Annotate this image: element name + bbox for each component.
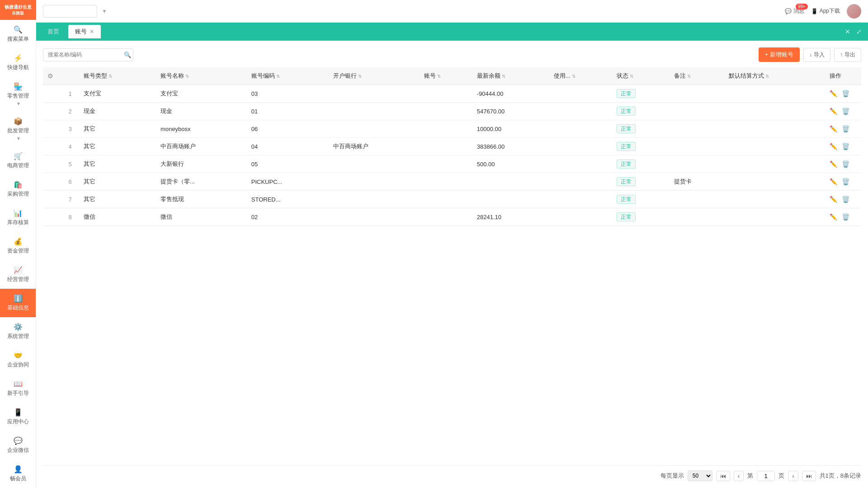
app-download-button[interactable]: 📱 App下载 xyxy=(811,7,840,15)
tab-account-close[interactable]: ✕ xyxy=(90,29,94,34)
message-button[interactable]: 💬 消息 99+ xyxy=(785,7,804,15)
brand-label: 乐旅版 xyxy=(5,11,32,16)
sidebar-item-wholesale[interactable]: 📦 批发管理 ▼ xyxy=(0,112,36,146)
sidebar-item-appcenter[interactable]: 📱 应用中心 xyxy=(0,403,36,431)
sidebar-item-search[interactable]: 🔍 搜索菜单 xyxy=(0,20,36,48)
add-account-button[interactable]: + 新增账号 xyxy=(759,47,800,62)
search-input[interactable] xyxy=(43,49,120,61)
col-settlement[interactable]: 默认结算方式⇅ xyxy=(724,67,825,85)
table-row: 1 支付宝 支付宝 03 -90444.00 正常 ✏️ 🗑️ xyxy=(43,85,861,103)
page-size-select[interactable]: 50 20 100 xyxy=(688,470,712,481)
basic-menu-icon: ℹ️ xyxy=(14,294,23,303)
edit-icon[interactable]: ✏️ xyxy=(830,213,837,221)
table-row: 7 其它 零售抵现 STORED... 正常 ✏️ 🗑️ xyxy=(43,191,861,208)
sidebar-item-finance[interactable]: 💰 资金管理 xyxy=(0,232,36,260)
delete-icon[interactable]: 🗑️ xyxy=(842,108,849,115)
edit-icon[interactable]: ✏️ xyxy=(830,196,837,203)
cell-balance: 547670.00 xyxy=(472,103,549,120)
cell-name: 微信 xyxy=(156,208,247,226)
sidebar-item-inventory[interactable]: 📊 库存核算 xyxy=(0,203,36,232)
delete-icon[interactable]: 🗑️ xyxy=(842,143,849,150)
user-avatar[interactable] xyxy=(847,4,861,19)
page-number-input[interactable] xyxy=(757,471,775,481)
cell-account xyxy=(420,208,472,226)
tab-home-label: 首页 xyxy=(47,28,59,36)
cell-status: 正常 xyxy=(612,85,670,103)
tab-home[interactable]: 首页 xyxy=(41,25,66,38)
tab-bar-right: ✕ ⤢ xyxy=(843,26,863,37)
delete-icon[interactable]: 🗑️ xyxy=(842,178,849,185)
delete-icon[interactable]: 🗑️ xyxy=(842,213,849,221)
sidebar-item-label-basic: 基础信息 xyxy=(7,304,29,312)
col-status[interactable]: 状态⇅ xyxy=(612,67,670,85)
sidebar-item-ecommerce[interactable]: 🛒 电商管理 xyxy=(0,146,36,175)
next-page-button[interactable]: › xyxy=(788,471,798,481)
cell-balance: 383866.00 xyxy=(472,138,549,155)
col-name[interactable]: 账号名称⇅ xyxy=(156,67,247,85)
export-button[interactable]: ↑ 导出 xyxy=(834,48,861,62)
cell-account xyxy=(420,103,472,120)
last-page-button[interactable]: ⏭ xyxy=(802,471,816,481)
edit-icon[interactable]: ✏️ xyxy=(830,160,837,168)
sidebar-item-purchase[interactable]: 🛍️ 采购管理 xyxy=(0,175,36,203)
sort-balance-icon: ⇅ xyxy=(502,74,505,79)
cell-balance xyxy=(472,173,549,191)
cell-type: 其它 xyxy=(79,155,156,173)
sidebar-item-quick[interactable]: ⚡ 快捷导航 xyxy=(0,48,36,77)
sidebar-item-system[interactable]: ⚙️ 系统管理 xyxy=(0,317,36,346)
sort-settlement-icon: ⇅ xyxy=(765,74,769,79)
sidebar-item-basic[interactable]: ℹ️ 基础信息 xyxy=(0,289,36,317)
cell-actions: ✏️ 🗑️ xyxy=(825,120,861,138)
sort-bank-icon: ⇅ xyxy=(358,74,362,79)
finance-menu-icon: 💰 xyxy=(14,237,23,246)
sidebar-item-retail[interactable]: 🏪 零售管理 ▼ xyxy=(0,77,36,112)
tab-close-btn[interactable]: ✕ xyxy=(843,26,852,37)
delete-icon[interactable]: 🗑️ xyxy=(842,125,849,132)
app-logo: 畅捷通好生意 乐旅版 xyxy=(0,0,36,20)
col-remark[interactable]: 备注⇅ xyxy=(670,67,724,85)
sidebar-item-operation[interactable]: 📈 经营管理 xyxy=(0,260,36,289)
edit-icon[interactable]: ✏️ xyxy=(830,143,837,150)
content-area: 🔍 + 新增账号 ↓ 导入 ↑ 导出 ⚙ xyxy=(36,41,868,488)
first-page-button[interactable]: ⏮ xyxy=(716,471,730,481)
cell-usage xyxy=(549,155,612,173)
sidebar-item-label-wholesale: 批发管理 xyxy=(7,127,29,135)
cell-settlement xyxy=(724,191,825,208)
col-type[interactable]: 账号类型⇅ xyxy=(79,67,156,85)
edit-icon[interactable]: ✏️ xyxy=(830,108,837,115)
prev-page-button[interactable]: ‹ xyxy=(734,471,744,481)
sidebar-item-wechat[interactable]: 💬 企业微信 xyxy=(0,431,36,460)
main-area: ▼ 💬 消息 99+ 📱 App下载 首页 账号 ✕ ✕ ⤢ xyxy=(36,0,868,488)
col-code[interactable]: 账号编码⇅ xyxy=(247,67,329,85)
col-bank[interactable]: 开户银行⇅ xyxy=(329,67,420,85)
cell-actions: ✏️ 🗑️ xyxy=(825,85,861,103)
import-button[interactable]: ↓ 导入 xyxy=(803,48,830,62)
sidebar-item-label-inventory: 库存核算 xyxy=(7,219,29,226)
sidebar-item-enterprise[interactable]: 🤝 企业协同 xyxy=(0,346,36,374)
edit-icon[interactable]: ✏️ xyxy=(830,125,837,132)
sidebar-item-member[interactable]: 👤 畅会员 xyxy=(0,460,36,488)
cell-balance: 10000.00 xyxy=(472,120,549,138)
search-button[interactable]: 🔍 xyxy=(120,49,133,61)
edit-icon[interactable]: ✏️ xyxy=(830,90,837,97)
cell-account xyxy=(420,155,472,173)
col-usage[interactable]: 使用...⇅ xyxy=(549,67,612,85)
col-balance[interactable]: 最新余额⇅ xyxy=(472,67,549,85)
cell-code: 05 xyxy=(247,155,329,173)
tab-expand-btn[interactable]: ⤢ xyxy=(854,26,863,37)
sidebar-item-guide[interactable]: 📖 新手引导 xyxy=(0,374,36,403)
delete-icon[interactable]: 🗑️ xyxy=(842,196,849,203)
cell-actions: ✏️ 🗑️ xyxy=(825,155,861,173)
top-search-input[interactable] xyxy=(43,5,97,18)
cell-num: 5 xyxy=(61,155,79,173)
sidebar: 畅捷通好生意 乐旅版 🔍 搜索菜单 ⚡ 快捷导航 🏪 零售管理 ▼ 📦 批发管理… xyxy=(0,0,36,488)
delete-icon[interactable]: 🗑️ xyxy=(842,160,849,168)
edit-icon[interactable]: ✏️ xyxy=(830,178,837,185)
header-dropdown-arrow[interactable]: ▼ xyxy=(102,8,107,14)
col-account[interactable]: 账号⇅ xyxy=(420,67,472,85)
tab-account[interactable]: 账号 ✕ xyxy=(68,25,101,38)
sidebar-item-label-search: 搜索菜单 xyxy=(7,35,29,43)
col-settings[interactable]: ⚙ xyxy=(43,67,61,85)
sidebar-item-label-ecommerce: 电商管理 xyxy=(7,162,29,169)
delete-icon[interactable]: 🗑️ xyxy=(842,90,849,97)
